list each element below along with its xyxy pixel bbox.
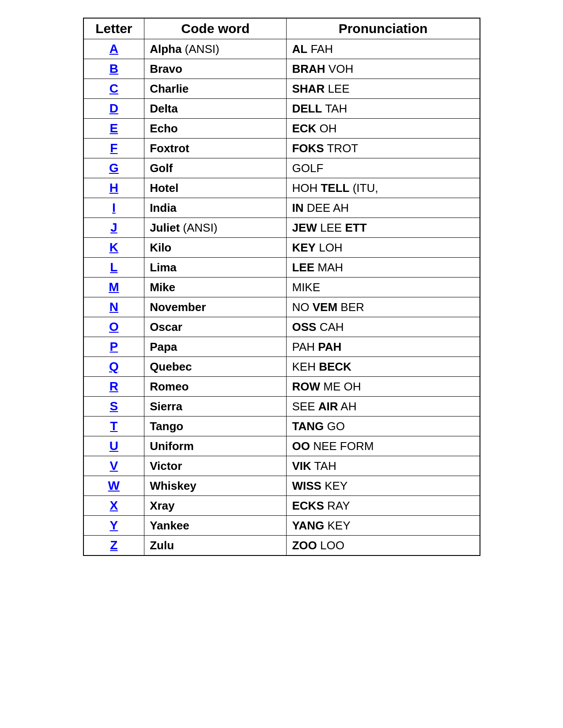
- table-row: WWhiskeyWISS KEY: [83, 476, 480, 496]
- codeword-cell: Yankee: [144, 516, 287, 536]
- codeword-cell: Oscar: [144, 317, 287, 337]
- pronunciation-cell: OO NEE FORM: [287, 436, 480, 456]
- table-row: XXrayECKS RAY: [83, 496, 480, 516]
- table-row: KKiloKEY LOH: [83, 238, 480, 258]
- letter-cell[interactable]: W: [83, 476, 144, 496]
- letter-cell[interactable]: N: [83, 297, 144, 317]
- pronunciation-cell: PAH PAH: [287, 337, 480, 357]
- table-row: LLimaLEE MAH: [83, 258, 480, 278]
- letter-cell[interactable]: G: [83, 158, 144, 178]
- pronunciation-cell: BRAH VOH: [287, 59, 480, 79]
- table-row: MMikeMIKE: [83, 278, 480, 297]
- codeword-cell: Whiskey: [144, 476, 287, 496]
- table-row: YYankeeYANG KEY: [83, 516, 480, 536]
- table-row: BBravoBRAH VOH: [83, 59, 480, 79]
- codeword-cell: Delta: [144, 99, 287, 119]
- pronunciation-cell: LEE MAH: [287, 258, 480, 278]
- codeword-cell: Victor: [144, 456, 287, 476]
- letter-cell[interactable]: D: [83, 99, 144, 119]
- pronunciation-cell: JEW LEE ETT: [287, 218, 480, 238]
- pronunciation-cell: ZOO LOO: [287, 536, 480, 556]
- pronunciation-cell: MIKE: [287, 278, 480, 297]
- letter-cell[interactable]: O: [83, 317, 144, 337]
- letter-cell[interactable]: E: [83, 119, 144, 139]
- pronunciation-cell: SHAR LEE: [287, 79, 480, 99]
- codeword-cell: Romeo: [144, 377, 287, 397]
- letter-cell[interactable]: C: [83, 79, 144, 99]
- table-row: VVictorVIK TAH: [83, 456, 480, 476]
- table-row: EEchoECK OH: [83, 119, 480, 139]
- letter-cell[interactable]: X: [83, 496, 144, 516]
- table-row: NNovemberNO VEM BER: [83, 297, 480, 317]
- letter-cell[interactable]: R: [83, 377, 144, 397]
- letter-cell[interactable]: H: [83, 178, 144, 198]
- codeword-cell: Zulu: [144, 536, 287, 556]
- letter-cell[interactable]: F: [83, 139, 144, 158]
- letter-cell[interactable]: S: [83, 397, 144, 417]
- pronunciation-cell: OSS CAH: [287, 317, 480, 337]
- letter-cell[interactable]: U: [83, 436, 144, 456]
- table-row: UUniformOO NEE FORM: [83, 436, 480, 456]
- table-row: DDeltaDELL TAH: [83, 99, 480, 119]
- codeword-cell: Foxtrot: [144, 139, 287, 158]
- codeword-cell: Tango: [144, 417, 287, 436]
- codeword-cell: Echo: [144, 119, 287, 139]
- letter-cell[interactable]: I: [83, 198, 144, 218]
- header-codeword: Code word: [144, 18, 287, 39]
- pronunciation-cell: IN DEE AH: [287, 198, 480, 218]
- codeword-cell: Mike: [144, 278, 287, 297]
- table-row: QQuebecKEH BECK: [83, 357, 480, 377]
- letter-cell[interactable]: Z: [83, 536, 144, 556]
- letter-cell[interactable]: Q: [83, 357, 144, 377]
- codeword-cell: Lima: [144, 258, 287, 278]
- table-row: OOscarOSS CAH: [83, 317, 480, 337]
- table-row: TTangoTANG GO: [83, 417, 480, 436]
- codeword-cell: India: [144, 198, 287, 218]
- pronunciation-cell: WISS KEY: [287, 476, 480, 496]
- codeword-cell: Hotel: [144, 178, 287, 198]
- table-row: IIndiaIN DEE AH: [83, 198, 480, 218]
- letter-cell[interactable]: J: [83, 218, 144, 238]
- pronunciation-cell: DELL TAH: [287, 99, 480, 119]
- nato-alphabet-table: Letter Code word Pronunciation AAlpha (A…: [83, 18, 480, 556]
- letter-cell[interactable]: T: [83, 417, 144, 436]
- codeword-cell: Papa: [144, 337, 287, 357]
- table-row: HHotelHOH TELL (ITU,: [83, 178, 480, 198]
- letter-cell[interactable]: M: [83, 278, 144, 297]
- pronunciation-cell: ECKS RAY: [287, 496, 480, 516]
- pronunciation-cell: VIK TAH: [287, 456, 480, 476]
- codeword-cell: Sierra: [144, 397, 287, 417]
- codeword-cell: Xray: [144, 496, 287, 516]
- letter-cell[interactable]: K: [83, 238, 144, 258]
- codeword-cell: Juliet (ANSI): [144, 218, 287, 238]
- letter-cell[interactable]: P: [83, 337, 144, 357]
- letter-cell[interactable]: L: [83, 258, 144, 278]
- header-letter: Letter: [83, 18, 144, 39]
- codeword-cell: Charlie: [144, 79, 287, 99]
- codeword-cell: Quebec: [144, 357, 287, 377]
- pronunciation-cell: AL FAH: [287, 39, 480, 59]
- table-row: FFoxtrotFOKS TROT: [83, 139, 480, 158]
- codeword-cell: Uniform: [144, 436, 287, 456]
- pronunciation-cell: TANG GO: [287, 417, 480, 436]
- codeword-cell: November: [144, 297, 287, 317]
- pronunciation-cell: FOKS TROT: [287, 139, 480, 158]
- pronunciation-cell: SEE AIR AH: [287, 397, 480, 417]
- letter-cell[interactable]: B: [83, 59, 144, 79]
- codeword-cell: Alpha (ANSI): [144, 39, 287, 59]
- letter-cell[interactable]: Y: [83, 516, 144, 536]
- pronunciation-cell: HOH TELL (ITU,: [287, 178, 480, 198]
- table-row: SSierraSEE AIR AH: [83, 397, 480, 417]
- table-row: PPapaPAH PAH: [83, 337, 480, 357]
- table-row: CCharlieSHAR LEE: [83, 79, 480, 99]
- header-pronunciation: Pronunciation: [287, 18, 480, 39]
- pronunciation-cell: NO VEM BER: [287, 297, 480, 317]
- table-row: JJuliet (ANSI)JEW LEE ETT: [83, 218, 480, 238]
- codeword-cell: Golf: [144, 158, 287, 178]
- letter-cell[interactable]: V: [83, 456, 144, 476]
- table-row: AAlpha (ANSI)AL FAH: [83, 39, 480, 59]
- letter-cell[interactable]: A: [83, 39, 144, 59]
- table-row: GGolfGOLF: [83, 158, 480, 178]
- codeword-cell: Kilo: [144, 238, 287, 258]
- table-row: RRomeoROW ME OH: [83, 377, 480, 397]
